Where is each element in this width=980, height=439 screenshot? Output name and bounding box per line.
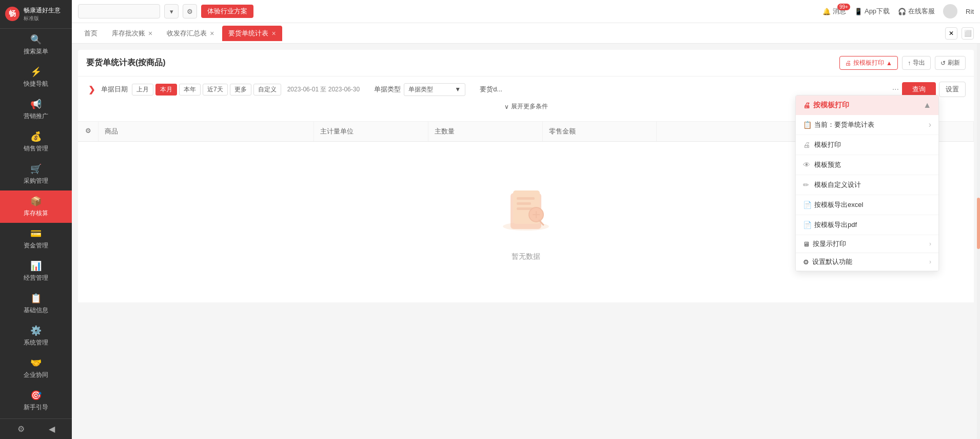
dropdown-item-label: 模板打印 (814, 140, 841, 149)
tab-receipt-summary-label: 收发存汇总表 (167, 29, 207, 38)
dropdown-custom-icon: ✏ (803, 181, 809, 189)
svg-rect-4 (517, 202, 531, 205)
sidebar-item-inventory[interactable]: 📦 库存核算 (0, 190, 72, 223)
sidebar-item-label: 快捷导航 (24, 80, 48, 88)
dropdown-item-template-print[interactable]: 🖨 模板打印 (796, 135, 938, 155)
default-icon: ⚙ (803, 258, 809, 266)
app-download-label: App下载 (865, 7, 890, 16)
type-filter-label: 单据类型 (374, 85, 401, 94)
filter-current-month[interactable]: 本月 (155, 84, 177, 96)
sidebar-item-sales[interactable]: 💰 销售管理 (0, 126, 72, 158)
th-amount: 零售金额 (543, 122, 657, 141)
th-settings[interactable]: ⚙ (78, 122, 99, 141)
sidebar-item-system[interactable]: ⚙️ 系统管理 (0, 320, 72, 352)
tab-batch-account-close[interactable]: × (148, 29, 152, 37)
right-scrollbar[interactable] (977, 44, 980, 439)
type-filter-select[interactable]: 单据类型 ▼ (404, 83, 465, 96)
filter-custom[interactable]: 自定义 (253, 84, 281, 96)
window-close-button[interactable]: ✕ (945, 27, 957, 40)
dropdown-default-section[interactable]: ⚙ 设置默认功能 › (796, 253, 938, 271)
refresh-button[interactable]: ↺ 刷新 (935, 56, 966, 70)
date-filter-label: 单据日期 (101, 85, 128, 94)
topbar-dropdown-button[interactable]: ▾ (164, 4, 179, 18)
sidebar-item-marketing[interactable]: 📢 营销推广 (0, 93, 72, 126)
query-button[interactable]: 查询 (902, 82, 936, 97)
sidebar-collapse-button[interactable]: ◀ (49, 424, 55, 434)
sidebar-item-guide[interactable]: 🎯 新手引导 (0, 385, 72, 417)
filter-last7[interactable]: 近7天 (203, 84, 228, 96)
dropdown-item-label: 模板预览 (814, 160, 841, 169)
empty-icon (495, 183, 557, 244)
dropdown-printer-icon2: 🖨 (803, 141, 810, 149)
dropdown-display-print-section[interactable]: 🖥 按显示打印 › (796, 235, 938, 253)
filter-more[interactable]: 更多 (230, 84, 251, 96)
topbar-settings-button[interactable]: ⚙ (183, 4, 197, 18)
topbar-app-download-button[interactable]: 📱 App下载 (854, 7, 890, 16)
sidebar-item-label: 采购管理 (24, 177, 48, 185)
logo-icon: 畅 (5, 7, 19, 21)
topbar-service-button[interactable]: 🎧 在线客服 (898, 7, 935, 16)
dropdown-item-label: 按模板导出excel (814, 200, 863, 209)
inventory-icon: 📦 (30, 196, 42, 207)
dropdown-current-section[interactable]: 📋 当前：要货单统计表 (796, 115, 938, 135)
filter-expand-button[interactable]: ❯ (86, 85, 97, 94)
sidebar-item-collab[interactable]: 🤝 企业协同 (0, 352, 72, 385)
sidebar-item-operation[interactable]: 📊 经营管理 (0, 255, 72, 288)
dropdown-item-export-pdf[interactable]: 📄 按模板导出pdf (796, 215, 938, 235)
topbar-message-button[interactable]: 🔔 消息 99+ (822, 7, 846, 16)
sidebar-item-finance[interactable]: 💳 资金管理 (0, 223, 72, 255)
default-label: 设置默认功能 (812, 257, 852, 266)
username-label: Rit (966, 8, 974, 15)
tab-home-label: 首页 (84, 29, 97, 38)
sidebar-item-label: 营销推广 (24, 112, 48, 121)
dropdown-display-print-title: 🖥 按显示打印 (803, 239, 846, 249)
topbar-search-input[interactable] (78, 4, 160, 18)
basic-icon: 📋 (30, 293, 42, 304)
template-print-button[interactable]: 🖨 按模板打印 ▲ (839, 56, 898, 70)
topbar-promo-button[interactable]: 体验行业方案 (201, 5, 253, 18)
dropdown-current-label: 当前：要货单统计表 (814, 120, 874, 129)
sidebar-item-quick-nav[interactable]: ⚡ 快捷导航 (0, 61, 72, 93)
dropdown-item-export-excel[interactable]: 📄 按模板导出excel (796, 195, 938, 215)
sidebar-item-label: 系统管理 (24, 338, 48, 347)
tab-home[interactable]: 首页 (78, 26, 104, 41)
dropdown-title: 🖨 按模板打印 (803, 101, 849, 110)
filter-setting-button[interactable]: 设置 (939, 82, 966, 97)
service-icon: 🎧 (898, 8, 906, 15)
template-print-chevron: ▲ (886, 60, 892, 67)
filter-prev-month[interactable]: 上月 (132, 84, 153, 96)
dropdown-item-label: 按模板导出pdf (814, 220, 857, 230)
service-label: 在线客服 (908, 7, 935, 16)
page-content: 要货单统计表(按商品) 🖨 按模板打印 ▲ ↑ 导出 ↺ 刷新 (72, 44, 980, 439)
tab-order-stats-close[interactable]: × (271, 29, 276, 37)
tab-receipt-summary-close[interactable]: × (210, 29, 214, 37)
display-print-label: 按显示打印 (813, 239, 846, 249)
tab-order-stats[interactable]: 要货单统计表 × (222, 26, 282, 41)
dropdown-close-button[interactable]: ▲ (923, 101, 931, 110)
expand-more-button[interactable]: ∨ 展开更多条件 (498, 99, 554, 114)
sidebar-item-label: 资金管理 (24, 241, 48, 250)
search-icon: 🔍 (30, 34, 42, 45)
message-bell-icon: 🔔 (822, 8, 831, 15)
filter-more-options[interactable]: ··· (892, 85, 899, 94)
dropdown-default-title: ⚙ 设置默认功能 (803, 257, 852, 266)
sidebar-item-label: 销售管理 (24, 144, 48, 153)
filter-this-year[interactable]: 本年 (179, 84, 201, 96)
user-avatar[interactable] (943, 4, 957, 18)
th-unit: 主计量单位 (314, 122, 428, 141)
dropdown-item-template-preview[interactable]: 👁 模板预览 (796, 155, 938, 175)
dropdown-item-template-custom[interactable]: ✏ 模板自定义设计 (796, 175, 938, 195)
tab-batch-account[interactable]: 库存批次账 × (106, 26, 159, 41)
sidebar-item-search[interactable]: 🔍 搜索菜单 (0, 29, 72, 61)
tab-receipt-summary[interactable]: 收发存汇总表 × (161, 26, 220, 41)
export-button[interactable]: ↑ 导出 (902, 56, 931, 70)
tab-window-actions: ✕ ⬜ (945, 27, 974, 40)
topbar: ▾ ⚙ 体验行业方案 🔔 消息 99+ 📱 App下载 🎧 在线客服 Rit (72, 0, 980, 23)
sidebar-item-label: 新手引导 (24, 403, 48, 412)
order-type-label: 要货d... (480, 85, 502, 94)
sidebar-settings-button[interactable]: ⚙ (17, 424, 25, 434)
window-maximize-button[interactable]: ⬜ (962, 27, 974, 40)
sidebar-item-basic[interactable]: 📋 基础信息 (0, 288, 72, 320)
sidebar-item-purchase[interactable]: 🛒 采购管理 (0, 158, 72, 190)
message-badge: 99+ (837, 4, 850, 10)
